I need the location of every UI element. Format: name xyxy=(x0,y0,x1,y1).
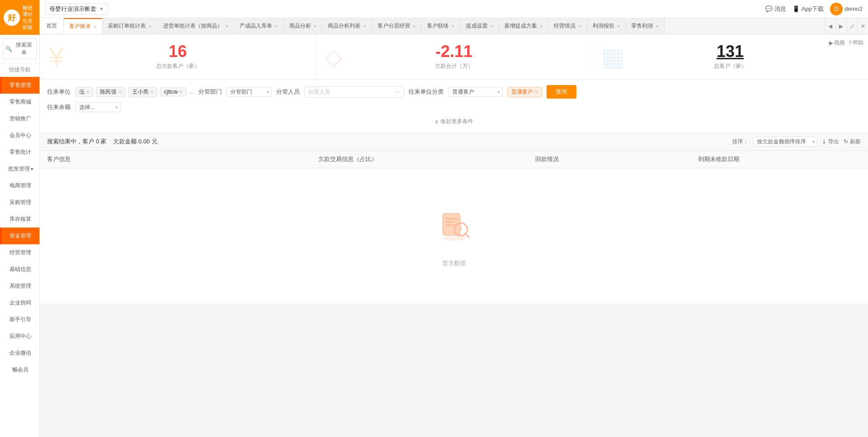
svg-line-6 xyxy=(465,234,469,238)
search-menu-button[interactable]: 🔍 搜索菜单 xyxy=(3,38,37,59)
tab-product-analysis[interactable]: 商品分析 × xyxy=(284,18,322,34)
data-table: 客户信息 欠款交易信息（占比） 回款情况 到期未收款日期 xyxy=(40,151,868,304)
tag-text: 伍 xyxy=(79,88,85,96)
tab-close-icon[interactable]: × xyxy=(314,24,317,29)
messages-button[interactable]: 💬 消息 xyxy=(765,5,786,13)
filter-tag-cjttcw: cjttcw × xyxy=(160,87,186,96)
tab-close-icon[interactable]: × xyxy=(656,24,658,29)
tag-text: 陈民强 xyxy=(100,88,116,96)
sidebar-item-finance[interactable]: 资金管理 xyxy=(0,228,39,244)
chevron-down-icon: ▾ xyxy=(31,166,33,171)
sidebar-item-wechat-work[interactable]: 企业微信 xyxy=(0,345,39,361)
tab-label: 提成设置 xyxy=(466,22,488,30)
sidebar-item-wholesale[interactable]: 批发管理 ▾ xyxy=(0,161,39,177)
tab-home[interactable]: 首页 xyxy=(40,18,64,34)
col-debt-info: 欠款交易信息（占比） xyxy=(318,155,535,163)
tab-purchase-order-stats[interactable]: 采购订单统计表 × xyxy=(102,18,157,34)
tab-maximize[interactable]: ⤢ xyxy=(846,18,857,34)
tab-label: 利润报告 xyxy=(593,22,614,30)
sidebar-item-ecommerce[interactable]: 电商管理 xyxy=(0,177,39,194)
quick-nav[interactable]: 快捷导航 xyxy=(0,63,39,77)
svg-point-0 xyxy=(443,236,465,241)
sidebar-item-newbie[interactable]: 新手引导 xyxy=(0,311,39,328)
sidebar-item-member-center[interactable]: 会员中心 xyxy=(0,127,39,144)
tab-close-icon[interactable]: × xyxy=(413,24,416,29)
sidebar-item-retail-stats[interactable]: 零售统计 xyxy=(0,144,39,161)
col-repayment: 回款情况 xyxy=(535,155,698,163)
tab-retail-profit[interactable]: 零售利润 × xyxy=(626,18,664,34)
tab-close-icon[interactable]: × xyxy=(363,24,366,29)
filter-tag-wang: 王小亮 × xyxy=(128,87,157,97)
tag-remove-cjttcw[interactable]: × xyxy=(179,89,182,95)
sidebar-item-operations[interactable]: 经营管理 xyxy=(0,244,39,261)
tab-close-icon[interactable]: × xyxy=(578,24,581,29)
tab-commission-settings[interactable]: 提成设置 × xyxy=(460,18,499,34)
tab-close-icon[interactable]: × xyxy=(490,24,493,29)
category-selector[interactable]: 普通客户 xyxy=(448,87,503,97)
tag-remove-wang[interactable]: × xyxy=(150,89,153,95)
store-selector[interactable]: 母婴行业演示帐套 ▾ xyxy=(45,3,109,15)
tab-business-situation[interactable]: 经营情况 × xyxy=(548,18,587,34)
chevron-up-icon: ∧ xyxy=(435,119,439,125)
stats-bar: ¥ 16 总欠款客户（家） ◇ -2.11 欠款合计（万） ▦ 131 总客户（… xyxy=(40,34,868,80)
tab-finished-goods[interactable]: 产成品入库单 × xyxy=(234,18,283,34)
topbar: 母婴行业演示帐套 ▾ 💬 消息 📱 App下载 D demo2 xyxy=(40,0,868,18)
refresh-button[interactable]: ↻ 刷新 xyxy=(844,138,861,146)
sidebar-logo[interactable]: 好 畅捷通好生意 标版 xyxy=(0,0,39,35)
tab-close-icon[interactable]: × xyxy=(451,24,454,29)
search-menu-label: 搜索菜单 xyxy=(14,41,34,57)
balance-selector[interactable]: 选择... xyxy=(75,102,120,112)
tab-close-icon[interactable]: × xyxy=(275,24,278,29)
home-tab-label: 首页 xyxy=(46,22,57,30)
tag-text: cjttcw xyxy=(164,89,177,95)
person-selector[interactable]: 分管人员 ··· xyxy=(304,86,404,98)
search-icon: 🔍 xyxy=(5,46,12,52)
empty-text: 暂无数据 xyxy=(442,259,466,267)
tab-customer-contact[interactable]: 客户联络 × xyxy=(422,18,460,34)
tab-close-icon[interactable]: × xyxy=(149,24,151,29)
help-button[interactable]: ? 帮助 xyxy=(849,39,863,47)
sidebar-item-app-center[interactable]: 应用中心 xyxy=(0,328,39,345)
tab-close-icon[interactable]: × xyxy=(225,24,228,29)
user-menu[interactable]: D demo2 xyxy=(830,3,863,15)
export-button[interactable]: ⤓ 导出 xyxy=(822,138,839,146)
sidebar-item-retail-management[interactable]: 零售管理 xyxy=(0,77,39,94)
sidebar-item-inventory[interactable]: 库存核算 xyxy=(0,211,39,228)
tab-customer-ledger[interactable]: 客户账本 × xyxy=(64,18,102,34)
app-download-button[interactable]: 📱 App下载 xyxy=(792,5,824,13)
filter-area: 往来单位 伍 × 陈民强 × 王小亮 × cjttcw xyxy=(40,80,868,133)
person-filter-label: 分管人员 xyxy=(276,88,300,96)
tab-close-icon[interactable]: × xyxy=(94,24,96,29)
tab-new-commission[interactable]: 新增提成方案 × xyxy=(499,18,548,34)
tab-scroll-right[interactable]: ▶ xyxy=(835,18,846,34)
sidebar-item-basic-info[interactable]: 基础信息 xyxy=(0,261,39,278)
query-button[interactable]: 查询 xyxy=(547,85,576,99)
filter-more-button[interactable]: ... xyxy=(189,89,194,95)
tag-remove-chen[interactable]: × xyxy=(118,89,121,95)
filter-tag-wu: 伍 × xyxy=(75,87,93,97)
category-filter-label: 往来单位分类 xyxy=(408,88,444,96)
tab-close-icon[interactable]: × xyxy=(540,24,542,29)
tab-close-all[interactable]: ✕ xyxy=(857,18,868,34)
tab-scroll-left[interactable]: ◀ xyxy=(825,18,835,34)
stat-total-all-customers: ▦ 131 总客户（家） ▶ 视频 ? 帮助 xyxy=(592,34,868,79)
sidebar-item-system[interactable]: 系统管理 xyxy=(0,278,39,294)
export-icon: ⤓ xyxy=(822,138,826,145)
sidebar-item-member[interactable]: 畅会员 xyxy=(0,361,39,378)
sort-selector-wrap: 按欠款金额倒序排序 ▾ xyxy=(753,137,817,147)
tab-profit-report[interactable]: 利润报告 × xyxy=(587,18,626,34)
tab-customer-segment[interactable]: 客户分层经营 × xyxy=(372,18,422,34)
category-tag-remove[interactable]: × xyxy=(535,89,538,95)
sidebar-item-purchase[interactable]: 采购管理 xyxy=(0,194,39,211)
sidebar-item-enterprise-collab[interactable]: 企业协同 xyxy=(0,294,39,311)
collapse-filter-button[interactable]: ∧ 收起更多条件 xyxy=(47,116,861,127)
tab-close-icon[interactable]: × xyxy=(617,24,620,29)
sidebar-item-marketing[interactable]: 营销推广 xyxy=(0,110,39,127)
tab-purchase-stats-product[interactable]: 进货单统计表（按商品） × xyxy=(158,18,234,34)
sidebar-item-retail-mall[interactable]: 零售商城 xyxy=(0,94,39,110)
tag-remove-wu[interactable]: × xyxy=(86,89,89,95)
video-help-button[interactable]: ▶ 视频 xyxy=(829,39,845,47)
sort-selector[interactable]: 按欠款金额倒序排序 xyxy=(753,137,817,147)
dept-selector[interactable]: 分管部门 xyxy=(226,87,272,97)
tab-product-analysis-list[interactable]: 商品分析列表 × xyxy=(322,18,372,34)
